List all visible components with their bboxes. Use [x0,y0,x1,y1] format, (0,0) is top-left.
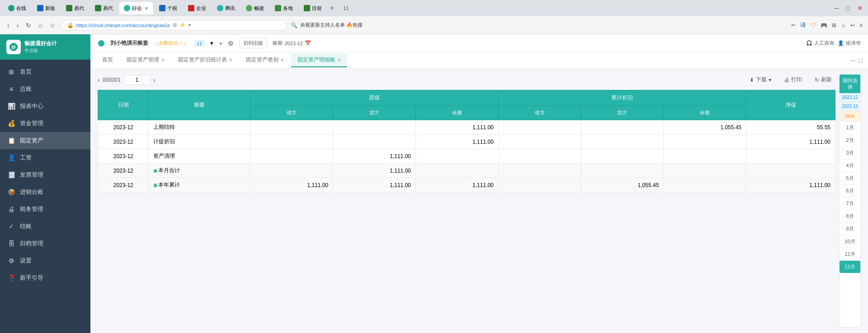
period-item-may[interactable]: 5月 [840,172,860,185]
back-button[interactable]: ‹ [5,20,11,31]
download-icon: ⬇ [750,77,754,83]
period-item-dec[interactable]: 12月 [840,261,860,273]
sidebar-label-guide: 新手引导 [20,274,43,282]
menu-icon[interactable]: ≡ [859,22,863,28]
content-area: ‹ 000001 › ⬇ 下载 ▾ 🖨 打印 [90,69,868,333]
tab-depreciation-stats[interactable]: 固定资产折旧统计表 ✕ [172,53,239,67]
period-item-year[interactable]: 2023 [840,111,860,122]
period-item-mar[interactable]: 3月 [840,147,860,159]
period-item-sep[interactable]: 9月 [840,223,860,235]
payroll-icon: 👤 [7,154,15,162]
scissors-icon[interactable]: ✂ [791,22,796,28]
browser-tab-enterprise[interactable]: 企业 [184,2,211,14]
reload-button[interactable]: ↻ [24,20,33,31]
browser-tab-muqian[interactable]: 目前 [299,2,326,14]
browser-tab-yidai2[interactable]: 易代 [90,2,118,14]
brightness-icon[interactable]: ☼ [841,22,846,28]
minimize-button[interactable]: ─ [833,3,841,14]
close-window-button[interactable]: ✕ [855,3,864,14]
home-button[interactable]: ⌂ [37,20,44,31]
period-item-apr[interactable]: 4月 [840,159,860,172]
page-number-input[interactable] [123,75,151,85]
tax-icon: 🖨 [7,205,15,213]
sidebar-item-home[interactable]: ⊞ 首页 [0,63,90,80]
cell-accum-debit [498,164,581,178]
tab-fixed-management[interactable]: 固定资产管理 ✕ [120,53,171,67]
close-tab-category-icon[interactable]: ✕ [280,57,284,62]
close-tab-ledger-icon[interactable]: ✕ [337,57,341,62]
page-number-prefix: 000001 [103,77,121,83]
account-name: 刘小艳演示账套 [110,39,148,47]
add-account-button[interactable]: + [219,40,222,47]
sidebar-item-settings[interactable]: ⚙ 设置 [0,252,90,269]
address-bar[interactable]: 🔒 https://cloud.chanjet.com/accounting/u… [61,20,287,31]
browser-tab-online[interactable]: 在线 [4,2,31,14]
search-area: 🔍 央视更新主持人名单 🔥热搜 [291,22,788,28]
browser-tab-yidai1[interactable]: 易代 [61,2,89,14]
browser-tab-new[interactable]: 新版 [33,2,60,14]
close-tab-stats-icon[interactable]: ✕ [229,57,232,62]
switch-version-button[interactable]: 切到旧版 [239,38,267,48]
period-item-jun[interactable]: 6月 [840,185,860,197]
close-tab-management-icon[interactable]: ✕ [161,57,165,62]
period-item-feb[interactable]: 2月 [840,134,860,147]
tab-home[interactable]: 首页 [96,53,119,67]
search-icon: 🔍 [291,22,297,28]
sidebar-item-tax[interactable]: 🖨 税务管理 [0,201,90,218]
undo-icon[interactable]: ↩ [850,22,855,28]
sidebar-item-closing[interactable]: ✓ 结账 [0,218,90,235]
next-page-button[interactable]: › [153,76,156,84]
dropdown-arrow-button[interactable]: ▾ [210,40,213,47]
forward-button[interactable]: › [15,20,21,31]
brand-name: 畅捷通好会计 [24,40,57,47]
sidebar-item-funds[interactable]: 💰 资金管理 [0,115,90,132]
tab-asset-ledger[interactable]: 固定资产明细账 ✕ [291,53,347,67]
sidebar-item-archive[interactable]: 🗄 归档管理 [0,235,90,252]
sidebar-item-payroll[interactable]: 👤 工资 [0,149,90,166]
cell-summary: ▣本年累计 [149,178,250,192]
period-item-nov[interactable]: 11月 [840,248,860,261]
period-item-jul[interactable]: 7月 [840,197,860,210]
window-minimize-button[interactable]: ─ [851,57,855,64]
sidebar-item-guide[interactable]: ❓ 新手引导 [0,269,90,286]
print-button[interactable]: 🖨 打印 [780,74,806,85]
period-item-aug[interactable]: 8月 [840,210,860,223]
grid-icon[interactable]: ⊞ [832,22,836,28]
sidebar-item-general[interactable]: ≡ 总账 [0,80,90,98]
browser-tab-haokuai[interactable]: 好会 ✕ [119,2,153,14]
cell-date: 2023-12 [98,120,149,135]
translate-icon[interactable]: 译 [800,21,806,29]
sidebar-item-fixed[interactable]: 📋 固定资产 [0,132,90,149]
refresh-button[interactable]: ↻ 刷新 [811,74,835,85]
bookmark-button[interactable]: ☆ [48,20,57,31]
col-header-orig-balance: 余额 [415,106,498,120]
close-tab-icon[interactable]: ✕ [145,6,148,11]
cell-orig-credit: 1,111.00 [333,164,416,178]
cell-orig-credit: 1,111.00 [333,178,416,192]
period-item-oct[interactable]: 10月 [840,235,860,248]
stock-icon: 📦 [7,188,15,196]
period-panel: 期间选择 2023.12 2023.12 2023 1月 2月 3月 4月 5月… [839,74,861,328]
gamepad-icon[interactable]: 🎮 [821,22,827,28]
sidebar-item-invoice[interactable]: 🧾 发票管理 [0,166,90,183]
page-navigation: ‹ 000001 › [98,75,155,85]
settings-small-button[interactable]: ⚙ [228,40,234,47]
prev-page-button[interactable]: ‹ [98,76,100,84]
download-button[interactable]: ⬇ 下载 ▾ [746,74,775,85]
browser-tab-geshui[interactable]: 个税 [155,2,182,14]
maximize-button[interactable]: □ [844,3,852,14]
sidebar-item-reports[interactable]: 📊 报表中心 [0,98,90,115]
support-button[interactable]: 🎧 人工咨询 [806,40,834,47]
sidebar-item-stock[interactable]: 📦 进销台账 [0,183,90,201]
period-item-jan[interactable]: 1月 [840,122,860,134]
col-header-accum-debit: 借方 [498,106,581,120]
shield-icon[interactable]: 🛡 [811,22,816,28]
window-maximize-button[interactable]: □ [859,57,863,64]
browser-tab-tencent[interactable]: 腾讯 [212,2,240,14]
app-container: 好 畅捷通好会计 专业版 ⊞ 首页 ≡ 总账 📊 报表中心 💰 资金管理 [0,34,868,333]
tab-asset-category[interactable]: 固定资产类别 ✕ [240,53,290,67]
browser-tab-changjie[interactable]: 畅捷 [241,2,269,14]
user-button[interactable]: 👤 徐泽华 [838,40,861,47]
new-tab-button[interactable]: + [328,4,336,12]
browser-tab-gedi[interactable]: 各地 [270,2,297,14]
